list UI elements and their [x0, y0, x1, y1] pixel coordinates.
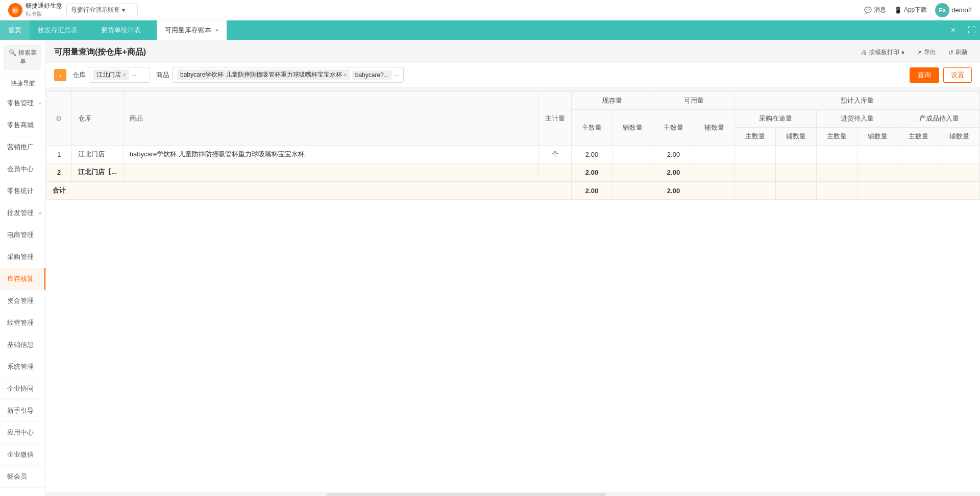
th-prod-main: 主数量 [898, 128, 939, 146]
cell-stock-main: 2.00 [572, 163, 612, 182]
refresh-button[interactable]: ↺ 刷新 [944, 46, 972, 59]
svg-text:好: 好 [13, 8, 18, 13]
table-row-subtotal: 2 江北门店【... 2.00 2.00 [46, 163, 980, 182]
sidebar-item-marketing[interactable]: 营销推广 [0, 136, 45, 158]
sidebar-search-area: 🔍 搜索菜单 [0, 40, 45, 75]
sidebar-item-enterprise[interactable]: 企业协同 [0, 378, 45, 400]
th-planned-in: 预计入库量 [735, 92, 980, 110]
logo-text: 畅捷通好生意 [26, 2, 62, 10]
sidebar-item-inventory[interactable]: 库存核算 [0, 268, 45, 290]
th-prod-aux: 辅数量 [939, 128, 980, 146]
chevron-down-icon: ▾ [122, 7, 125, 14]
goods-tag2: babycare?... [352, 70, 392, 80]
cell-unit: 个 [539, 146, 572, 163]
cell-import-aux [857, 146, 898, 163]
cell-num: 2 [46, 163, 72, 182]
sidebar-item-basic[interactable]: 基础信息 [0, 334, 45, 356]
cell-warehouse: 江北门店【... [72, 163, 124, 182]
chevron-icon: ▾ [39, 210, 41, 216]
th-warehouse: 仓库 [72, 92, 124, 146]
user-area[interactable]: Ea demo2 [935, 3, 972, 17]
quick-nav-button[interactable]: 快捷导航 [0, 75, 45, 92]
query-button[interactable]: 查询 [910, 67, 939, 83]
sidebar-item-finance[interactable]: 资金管理 [0, 290, 45, 312]
message-icon: 💬 [864, 7, 872, 14]
filter-toggle-button[interactable]: › [54, 69, 66, 81]
expand-icon[interactable]: ⛶ [964, 26, 980, 35]
th-stock-aux: 辅数量 [612, 110, 653, 146]
tab-orders-close[interactable]: × [145, 27, 148, 33]
settings-button[interactable]: 设置 [943, 67, 972, 83]
sidebar-item-new-guide[interactable]: 新手引导 [0, 400, 45, 422]
goods-tag1: babycare学饮杯 儿童防摔防撞吸管杯重力球吸嘴杯宝宝水杯 × [177, 69, 350, 80]
logo-icon: 好 [8, 3, 22, 17]
horizontal-scrollbar[interactable] [46, 492, 980, 496]
summary-stock-aux [612, 181, 653, 200]
tab-inventory[interactable]: 可用量库存账本 × [157, 20, 227, 40]
goods-input[interactable]: babycare学饮杯 儿童防摔防撞吸管杯重力球吸嘴杯宝宝水杯 × babyca… [173, 67, 404, 83]
page-header: 可用量查询(按仓库+商品) 🖨 按模板打印 ▾ ↗ 导出 ↺ 刷新 [46, 40, 980, 63]
top-bar-right: 💬 消息 📱 App下载 Ea demo2 [864, 3, 972, 17]
print-button[interactable]: 🖨 按模板打印 ▾ [856, 46, 909, 59]
sidebar-item-purchase[interactable]: 采购管理 [0, 246, 45, 268]
sidebar-item-app-center[interactable]: 应用中心 [0, 422, 45, 444]
cell-goods [123, 163, 538, 182]
search-icon: 🔍 [9, 49, 16, 56]
message-button[interactable]: 💬 消息 [864, 6, 886, 14]
refresh-icon: ↺ [948, 49, 953, 56]
sidebar-item-retail-stats[interactable]: 零售统计 [0, 180, 45, 202]
table-row: 1 江北门店 babycare学饮杯 儿童防摔防撞吸管杯重力球吸嘴杯宝宝水杯 个… [46, 146, 980, 163]
search-menu-button[interactable]: 🔍 搜索菜单 [4, 45, 41, 69]
warehouse-tag-remove[interactable]: × [122, 72, 126, 79]
cell-num: 1 [46, 146, 72, 163]
th-gear[interactable]: ⚙ [46, 92, 72, 146]
tab-collection-close[interactable]: × [82, 27, 85, 33]
sidebar-item-retail-mall[interactable]: 零售商城 [0, 114, 45, 136]
th-import-pending: 进货待入量 [817, 110, 898, 128]
logo-sub: 标准版 [26, 10, 62, 18]
logo-area: 好 畅捷通好生意 标准版 [8, 2, 62, 18]
sidebar-item-system[interactable]: 系统管理 [0, 356, 45, 378]
cell-purchase-aux [776, 146, 817, 163]
sidebar-item-wechat[interactable]: 企业微信 [0, 444, 45, 466]
summary-avail-main: 2.00 [653, 181, 694, 200]
chevron-icon: ▾ [39, 101, 41, 106]
app-download-button[interactable]: 📱 App下载 [894, 6, 927, 14]
table-wrapper[interactable]: ⚙ 仓库 商品 主计量 现存量 可用量 预计入库量 主数量 辅数量 主数量 辅数… [46, 91, 980, 492]
sidebar-item-wholesale[interactable]: 批发管理 ▾ [0, 202, 45, 224]
sidebar-item-vip[interactable]: 畅会员 [0, 466, 45, 488]
sidebar-item-ecommerce[interactable]: 电商管理 [0, 224, 45, 246]
tab-collection-label: 收发存汇总表 [38, 26, 78, 35]
tab-orders[interactable]: 要货单统计表 × [93, 20, 156, 40]
th-avail-aux: 辅数量 [694, 110, 735, 146]
summary-avail-aux [694, 181, 735, 200]
sidebar-item-member[interactable]: 会员中心 [0, 158, 45, 180]
chevron-right-icon: › [59, 71, 62, 79]
summary-row: 合计 2.00 2.00 [46, 181, 980, 200]
cell-warehouse: 江北门店 [72, 146, 124, 163]
tab-collection[interactable]: 收发存汇总表 × [30, 20, 93, 40]
warehouse-tag: 江北门店 × [93, 69, 129, 80]
cell-stock-aux [612, 146, 653, 163]
filter-ellipsis[interactable]: ··· [131, 72, 136, 79]
export-button[interactable]: ↗ 导出 [913, 46, 940, 59]
close-all-tabs-button[interactable]: × [947, 26, 960, 35]
goods-tag1-remove[interactable]: × [344, 72, 347, 79]
tab-inventory-close[interactable]: × [215, 27, 218, 33]
th-available: 可用量 [653, 92, 735, 110]
summary-label: 合计 [46, 181, 572, 200]
warehouse-input[interactable]: 江北门店 × ··· [89, 67, 150, 83]
chevron-down-icon: ▾ [901, 49, 904, 56]
th-stock-main: 主数量 [572, 110, 612, 146]
sidebar-item-ops[interactable]: 经营管理 [0, 312, 45, 334]
filter-actions: 查询 设置 [910, 67, 972, 83]
cell-import-main [817, 146, 857, 163]
goods-label: 商品 [156, 70, 169, 80]
tab-home[interactable]: 首页 [0, 20, 30, 40]
avatar: Ea [935, 3, 949, 17]
template-selector[interactable]: 母婴行业演示账套 ▾ [66, 4, 138, 16]
tab-home-label: 首页 [8, 26, 21, 35]
sidebar-item-retail[interactable]: 零售管理 ▾ [0, 92, 45, 114]
th-purchase-in-transit: 采购在途量 [735, 110, 817, 128]
goods-ellipsis[interactable]: ··· [394, 72, 399, 79]
